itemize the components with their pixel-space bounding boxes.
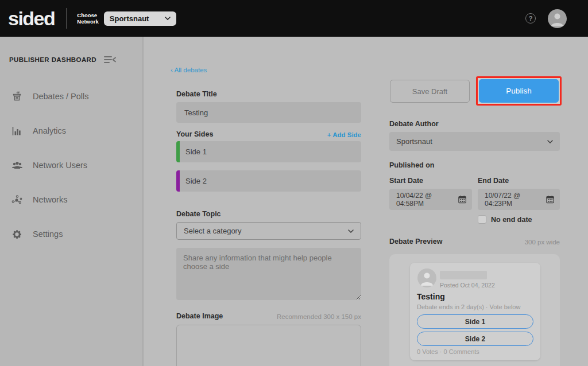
end-date-input[interactable]: 10/07/22 @ 04:23PM [478,189,560,210]
person-icon [548,9,567,28]
preview-width-hint: 300 px wide [525,239,560,246]
publish-panel: Save Draft Publish Debate Author Sportsn… [389,76,562,246]
end-date-label: End Date [478,177,560,185]
network-nodes-icon [11,194,22,205]
chevron-down-icon [165,17,171,20]
sidebar-item-network-users[interactable]: Network Users [0,148,142,182]
sidebar-item-label: Settings [33,229,63,239]
sidebar-title: PUBLISHER DASHBOARD [9,56,96,63]
sidebar-item-analytics[interactable]: Analytics [0,114,142,148]
network-select-value: Sportsnaut [110,14,149,23]
debate-topic-label: Debate Topic [176,210,221,218]
debate-title-label: Debate Title [176,90,217,98]
category-select-value: Select a category [184,227,241,235]
debate-title-input[interactable] [176,102,361,123]
debate-image-upload[interactable] [176,325,361,366]
publish-highlight-box: Publish [476,76,562,106]
sidebar-item-label: Networks [33,195,67,204]
sidebar-item-debates-polls[interactable]: Debates / Polls [0,79,142,114]
header-divider [66,8,67,29]
preview-votes-comments: 0 Votes · 0 Comments [417,348,479,355]
no-end-date-checkbox[interactable] [478,215,486,224]
image-size-hint: Recommended 300 x 150 px [277,313,361,320]
sidebar-item-label: Debates / Polls [33,92,89,101]
preview-title: Testing [417,292,445,301]
add-side-button[interactable]: + Add Side [327,131,361,138]
published-on-label: Published on [389,161,562,169]
publish-button[interactable]: Publish [479,79,559,103]
side-2-input[interactable]: Side 2 [176,170,361,192]
sidebar-item-networks[interactable]: Networks [0,182,142,217]
save-draft-button[interactable]: Save Draft [390,80,470,103]
debate-info-textarea[interactable] [176,248,361,300]
preview-posted-date: Posted Oct 04, 2022 [440,282,495,289]
end-date-value: 10/07/22 @ 04:23PM [485,192,546,208]
debate-preview-card: Posted Oct 04, 2022 Testing Debate ends … [410,263,540,360]
side-1-value: Side 1 [180,147,207,156]
podium-icon [11,91,22,102]
top-navbar: sided Choose Network Sportsnaut ? [0,0,588,37]
preview-meta: Debate ends in 2 day(s) · Vote below [417,303,520,310]
user-avatar[interactable] [548,9,567,28]
debate-preview-container: Posted Oct 04, 2022 Testing Debate ends … [389,254,560,366]
debate-author-value: Sportsnaut [396,137,432,146]
your-sides-label: Your Sides [176,130,213,138]
sidebar: PUBLISHER DASHBOARD Debates / Polls [0,37,144,366]
preview-avatar [417,268,436,287]
calendar-icon [458,195,466,204]
person-icon [417,268,436,287]
sidebar-menu: Debates / Polls Analytics [0,79,142,251]
users-icon [11,160,22,171]
chevron-down-icon [348,229,354,233]
all-debates-back-link[interactable]: ‹ All debates [171,67,207,73]
chevron-down-icon [547,140,553,143]
side-1-input[interactable]: Side 1 [176,141,361,162]
debate-preview-label: Debate Preview [389,237,442,246]
category-select[interactable]: Select a category [176,222,361,240]
network-select[interactable]: Sportsnaut [104,11,176,26]
start-date-value: 10/04/22 @ 04:58PM [396,192,458,208]
debate-author-label: Debate Author [389,120,562,128]
no-end-date-option[interactable]: No end date [478,215,560,224]
debate-form: ‹ All debates Debate Title Your Sides + … [171,64,361,366]
sidebar-collapse-icon[interactable] [104,55,117,64]
start-date-input[interactable]: 10/04/22 @ 04:58PM [389,189,472,210]
sided-logo: sided [8,7,55,30]
debate-author-select[interactable]: Sportsnaut [389,132,560,151]
side-2-value: Side 2 [180,177,207,185]
choose-network-label: Choose Network [77,12,98,25]
debate-image-label: Debate Image [176,312,223,320]
preview-side-2-button[interactable]: Side 2 [417,332,533,346]
sidebar-item-settings[interactable]: Settings [0,217,142,251]
sidebar-item-label: Network Users [33,161,87,170]
no-end-date-label: No end date [491,216,532,224]
help-icon[interactable]: ? [525,13,536,24]
calendar-icon [546,195,554,204]
sidebar-item-label: Analytics [33,126,66,135]
start-date-label: Start Date [389,177,472,185]
gear-icon [11,229,22,240]
preview-side-1-button[interactable]: Side 1 [417,314,533,329]
preview-author-placeholder [440,271,487,279]
bar-chart-icon [11,126,22,137]
